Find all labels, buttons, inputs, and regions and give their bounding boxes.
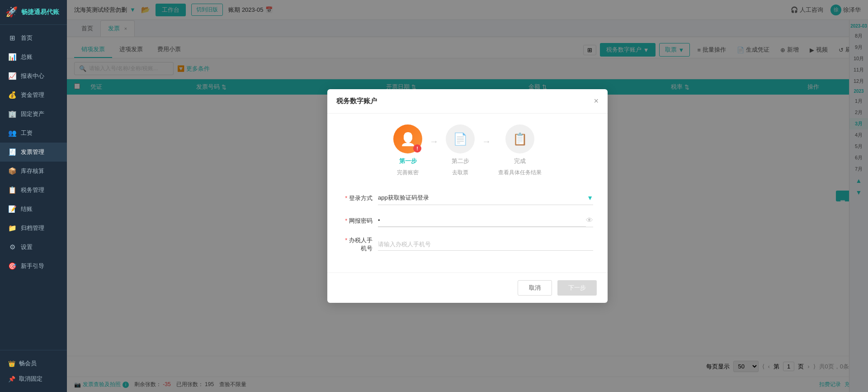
step-1-label: 第一步 (399, 157, 417, 165)
sidebar-item-reports[interactable]: 📈 报表中心 (0, 67, 67, 86)
sidebar-item-label: 税务管理 (21, 186, 44, 194)
password-toggle-icon[interactable]: 👁 (586, 216, 593, 225)
cancel-button[interactable]: 取消 (518, 280, 552, 296)
modal-header: 税务数字账户 × (327, 89, 608, 114)
tax-icon: 📋 (8, 186, 16, 194)
archive-icon: 📁 (8, 224, 16, 232)
step-1-desc: 完善账密 (397, 169, 419, 177)
sidebar-item-label: 新手引导 (21, 262, 44, 270)
step-1-icon: 👤 (400, 132, 416, 147)
login-method-label: * 登录方式 (342, 194, 378, 202)
select-dropdown-icon: ▼ (587, 194, 593, 201)
step-2-label: 第二步 (452, 157, 469, 165)
modal-title: 税务数字账户 (336, 97, 377, 105)
close-account-icon: 📝 (8, 205, 16, 213)
step-1: 👤 ! 第一步 完善账密 (393, 124, 422, 177)
sidebar-item-label: 归档管理 (21, 224, 44, 232)
sidebar-item-ledger[interactable]: 📊 总账 (0, 48, 67, 67)
sidebar-item-archive[interactable]: 📁 归档管理 (0, 219, 67, 238)
sidebar-item-membership[interactable]: 👑 畅会员 (8, 356, 59, 371)
assets-icon: 🏢 (8, 110, 16, 118)
step-1-error-badge: ! (413, 144, 421, 153)
sidebar-item-home[interactable]: ⊞ 首页 (0, 29, 67, 48)
payroll-icon: 👥 (8, 129, 16, 137)
steps-indicator: 👤 ! 第一步 完善账密 → 📄 (342, 124, 593, 177)
login-method-value: app获取验证码登录 (378, 194, 429, 202)
collapse-label: 取消固定 (19, 375, 42, 383)
sidebar-item-finance[interactable]: 💰 资金管理 (0, 86, 67, 105)
sidebar-item-label: 结账 (21, 205, 33, 213)
home-icon: ⊞ (8, 34, 16, 42)
sidebar-collapse-btn[interactable]: 📌 取消固定 (8, 371, 59, 387)
inventory-icon: 📦 (8, 167, 16, 175)
sidebar-item-guide[interactable]: 🎯 新手引导 (0, 257, 67, 276)
main-content: 沈海英测试经营勿删 ▼ 📂 工作台 切到旧版 账期 2023-05 📅 🎧 人工… (67, 0, 868, 392)
membership-icon: 👑 (8, 360, 15, 367)
sidebar-item-label: 固定资产 (21, 110, 44, 118)
sidebar-nav: ⊞ 首页 📊 总账 📈 报表中心 💰 资金管理 🏢 固定资产 👥 工资 (0, 25, 67, 350)
step-1-circle: 👤 ! (393, 124, 422, 153)
membership-label: 畅会员 (19, 359, 37, 368)
sidebar-item-label: 总账 (21, 53, 33, 61)
login-method-select[interactable]: app获取验证码登录 ▼ (378, 191, 593, 205)
tax-phone-label: * 办税人手机号 (342, 236, 378, 253)
finance-icon: 💰 (8, 91, 16, 99)
step-arrow-2: → (475, 136, 498, 165)
sidebar-item-label: 库存核算 (21, 167, 44, 175)
step-2: 📄 第二步 去取票 (446, 124, 475, 177)
sidebar: 🚀 畅捷通易代账 ⊞ 首页 📊 总账 📈 报表中心 💰 资金管理 🏢 固 (0, 0, 67, 392)
form: * 登录方式 app获取验证码登录 ▼ * (342, 191, 593, 253)
net-password-field: 👁 (378, 214, 593, 227)
step-3-circle: 📋 (505, 124, 534, 153)
sidebar-item-settings[interactable]: ⚙ 设置 (0, 238, 67, 257)
sidebar-item-label: 工资 (21, 129, 33, 137)
sidebar-item-assets[interactable]: 🏢 固定资产 (0, 105, 67, 124)
modal-overlay: 税务数字账户 × 👤 ! 第一步 完善账密 (67, 0, 868, 392)
step-3-icon: 📋 (513, 132, 527, 146)
sidebar-item-invoice[interactable]: 🧾 发票管理 (0, 143, 67, 162)
modal-body: 👤 ! 第一步 完善账密 → 📄 (327, 114, 608, 272)
sidebar-item-tax[interactable]: 📋 税务管理 (0, 181, 67, 200)
invoice-icon: 🧾 (8, 148, 16, 156)
next-step-button[interactable]: 下一步 (557, 280, 597, 296)
pin-icon: 📌 (8, 376, 15, 382)
logo-icon: 🚀 (5, 6, 18, 18)
sidebar-item-label: 报表中心 (21, 72, 44, 80)
guide-icon: 🎯 (8, 262, 16, 270)
app-name: 畅捷通易代账 (21, 8, 59, 16)
sidebar-bottom: 👑 畅会员 📌 取消固定 (0, 350, 67, 392)
step-2-icon: 📄 (453, 132, 467, 146)
form-row-login-method: * 登录方式 app获取验证码登录 ▼ (342, 191, 593, 205)
step-3: 📋 完成 查看具体任务结果 (498, 124, 542, 177)
sidebar-item-label: 发票管理 (21, 148, 44, 156)
net-password-input[interactable] (378, 214, 586, 227)
sidebar-item-inventory[interactable]: 📦 库存核算 (0, 162, 67, 181)
required-star: * (345, 217, 347, 224)
step-arrow-1: → (422, 136, 446, 165)
app-logo: 🚀 畅捷通易代账 (0, 0, 67, 25)
reports-icon: 📈 (8, 72, 16, 80)
step-3-desc: 查看具体任务结果 (498, 169, 542, 177)
form-row-net-password: * 网报密码 👁 (342, 214, 593, 227)
step-2-desc: 去取票 (452, 169, 468, 177)
sidebar-item-close[interactable]: 📝 结账 (0, 200, 67, 219)
sidebar-item-label: 设置 (21, 243, 33, 251)
tax-phone-input[interactable] (378, 238, 593, 251)
sidebar-item-label: 资金管理 (21, 91, 44, 99)
settings-icon: ⚙ (8, 243, 16, 251)
tax-account-modal: 税务数字账户 × 👤 ! 第一步 完善账密 (327, 89, 608, 303)
required-star: * (345, 195, 347, 201)
step-2-circle: 📄 (446, 124, 475, 153)
modal-footer: 取消 下一步 (327, 272, 608, 303)
sidebar-item-label: 首页 (21, 34, 33, 42)
net-password-label: * 网报密码 (342, 217, 378, 225)
modal-close-button[interactable]: × (594, 96, 599, 106)
form-row-tax-phone: * 办税人手机号 (342, 236, 593, 253)
sidebar-item-payroll[interactable]: 👥 工资 (0, 124, 67, 143)
required-star: * (345, 237, 347, 244)
ledger-icon: 📊 (8, 53, 16, 61)
step-3-label: 完成 (514, 157, 526, 165)
